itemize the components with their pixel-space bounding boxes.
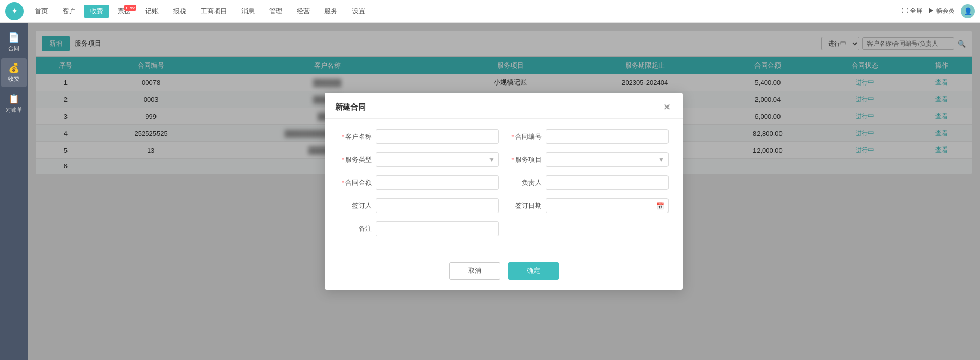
modal-body: *客户名称 *合同编号 bbox=[325, 119, 683, 255]
confirm-button[interactable]: 确定 bbox=[508, 262, 559, 280]
logo[interactable]: ✦ bbox=[5, 2, 24, 20]
amount-group: *合同金额 0.00 bbox=[339, 175, 499, 190]
amount-input[interactable]: 0.00 bbox=[376, 175, 499, 190]
service-type-select[interactable] bbox=[376, 152, 499, 167]
sign-date-input[interactable]: 2023-06-06 bbox=[546, 198, 669, 213]
service-item-label: *服务项目 bbox=[509, 155, 542, 164]
nav-items: 首页 客户 收费 票据 new 记账 报税 工商项目 消息 管理 经营 服务 设… bbox=[29, 5, 902, 18]
close-icon[interactable]: ✕ bbox=[660, 101, 673, 113]
nav-invoice[interactable]: 票据 new bbox=[112, 5, 137, 18]
amount-label: *合同金额 bbox=[339, 178, 372, 187]
nav-right: ⛶ 全屏 ▶ 畅会员 👤 bbox=[902, 4, 975, 18]
form-row-1: *客户名称 *合同编号 bbox=[339, 129, 669, 144]
modal-footer: 取消 确定 bbox=[325, 255, 683, 290]
service-item-select-wrap: ▼ bbox=[546, 152, 669, 167]
nav-settings[interactable]: 设置 bbox=[346, 5, 371, 18]
sidebar-label-contract: 合同 bbox=[8, 45, 19, 52]
nav-customer[interactable]: 客户 bbox=[56, 5, 82, 18]
date-input-wrap: 2023-06-06 📅 bbox=[546, 198, 669, 213]
fullscreen-btn[interactable]: ⛶ 全屏 bbox=[902, 7, 922, 15]
billing-icon: 💰 bbox=[8, 62, 19, 74]
contract-icon: 📄 bbox=[8, 32, 19, 43]
member-btn[interactable]: ▶ 畅会员 bbox=[928, 7, 954, 15]
sidebar: 📄 合同 💰 收费 📋 对账单 bbox=[0, 23, 28, 360]
sign-date-label: 签订日期 bbox=[509, 201, 542, 210]
logo-icon: ✦ bbox=[11, 6, 18, 16]
top-nav: ✦ 首页 客户 收费 票据 new 记账 报税 工商项目 消息 管理 经营 服务… bbox=[0, 0, 980, 23]
responsible-group: 负责人 bbox=[509, 175, 669, 190]
note-input[interactable] bbox=[376, 221, 499, 236]
sidebar-label-billing: 收费 bbox=[8, 75, 19, 83]
required-mark-1: * bbox=[342, 133, 344, 140]
nav-service[interactable]: 服务 bbox=[318, 5, 344, 18]
new-contract-modal: 新建合同 ✕ *客户名称 *合同编号 bbox=[325, 93, 683, 290]
nav-bookkeeping[interactable]: 记账 bbox=[139, 5, 165, 18]
signer-label: 签订人 bbox=[339, 201, 372, 210]
contract-no-input[interactable] bbox=[546, 129, 669, 144]
customer-name-group: *客户名称 bbox=[339, 129, 499, 144]
service-item-select[interactable] bbox=[546, 152, 669, 167]
service-item-group: *服务项目 ▼ bbox=[509, 152, 669, 167]
sign-date-group: 签订日期 2023-06-06 📅 bbox=[509, 198, 669, 213]
customer-name-label: *客户名称 bbox=[339, 132, 372, 141]
responsible-label: 负责人 bbox=[509, 178, 542, 187]
contract-no-group: *合同编号 bbox=[509, 129, 669, 144]
note-group: 备注 bbox=[339, 221, 499, 236]
nav-business[interactable]: 工商项目 bbox=[194, 5, 233, 18]
sidebar-item-contract[interactable]: 📄 合同 bbox=[1, 28, 27, 56]
nav-billing[interactable]: 收费 bbox=[84, 5, 109, 18]
content-area: 新增 服务项目 进行中 已完成 已终止 🔍 序号 合同编 bbox=[28, 23, 980, 360]
sidebar-label-statement: 对账单 bbox=[6, 106, 23, 114]
modal-title: 新建合同 bbox=[335, 102, 366, 112]
modal-overlay: 新建合同 ✕ *客户名称 *合同编号 bbox=[28, 23, 980, 360]
contract-no-label: *合同编号 bbox=[509, 132, 542, 141]
calendar-icon[interactable]: 📅 bbox=[656, 202, 664, 209]
nav-manage[interactable]: 管理 bbox=[263, 5, 288, 18]
service-type-group: *服务类型 ▼ bbox=[339, 152, 499, 167]
signer-group: 签订人 bbox=[339, 198, 499, 213]
signer-input[interactable] bbox=[376, 198, 499, 213]
required-mark-4: * bbox=[511, 156, 514, 163]
required-mark-5: * bbox=[342, 179, 344, 186]
form-row-4: 签订人 签订日期 2023-06-06 📅 bbox=[339, 198, 669, 213]
customer-name-input[interactable] bbox=[376, 129, 499, 144]
required-mark-3: * bbox=[342, 156, 344, 163]
sidebar-item-billing[interactable]: 💰 收费 bbox=[1, 58, 27, 87]
form-row-5: 备注 bbox=[339, 221, 669, 236]
cancel-button[interactable]: 取消 bbox=[449, 262, 500, 280]
new-badge: new bbox=[124, 5, 136, 11]
nav-home[interactable]: 首页 bbox=[29, 5, 54, 18]
nav-tax[interactable]: 报税 bbox=[167, 5, 192, 18]
form-row-3: *合同金额 0.00 负责人 bbox=[339, 175, 669, 190]
service-type-label: *服务类型 bbox=[339, 155, 372, 164]
main-layout: 📄 合同 💰 收费 📋 对账单 新增 服务项目 进行中 已完成 已终止 bbox=[0, 23, 980, 360]
nav-message[interactable]: 消息 bbox=[235, 5, 261, 18]
avatar[interactable]: 👤 bbox=[961, 4, 975, 18]
note-label: 备注 bbox=[339, 224, 372, 234]
modal-header: 新建合同 ✕ bbox=[325, 93, 683, 119]
service-type-select-wrap: ▼ bbox=[376, 152, 499, 167]
nav-operation[interactable]: 经营 bbox=[291, 5, 316, 18]
sidebar-item-statement[interactable]: 📋 对账单 bbox=[1, 89, 27, 118]
form-row-2: *服务类型 ▼ *服务项目 bbox=[339, 152, 669, 167]
statement-icon: 📋 bbox=[8, 93, 19, 104]
required-mark-2: * bbox=[511, 133, 514, 140]
responsible-input[interactable] bbox=[546, 175, 669, 190]
